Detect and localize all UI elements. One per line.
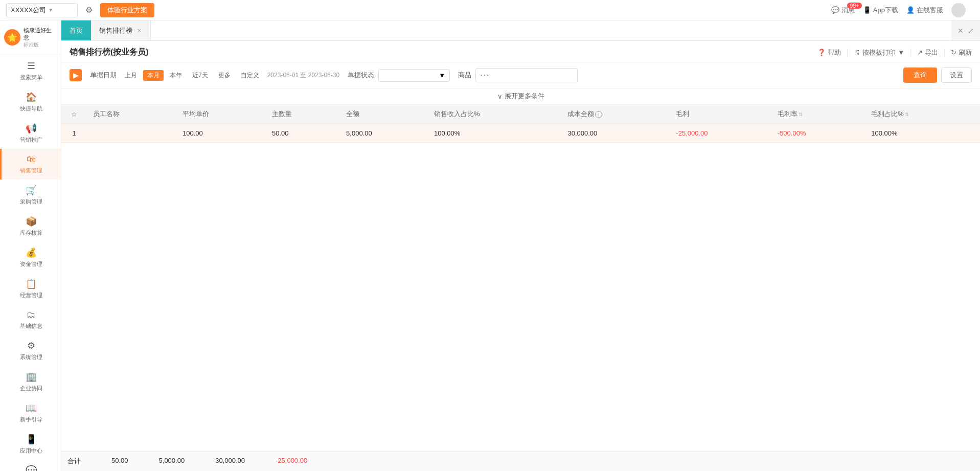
goods-filter-group: 商品 ··· — [458, 68, 578, 82]
sidebar-item-guide[interactable]: 📖 新手引导 — [0, 397, 61, 429]
date-range: 2023-06-01 至 2023-06-30 — [267, 71, 339, 80]
cell-profit-pct: 100.00% — [865, 124, 980, 143]
date-tab-this-month[interactable]: 本月 — [143, 70, 164, 81]
marketing-icon: 📢 — [26, 123, 37, 134]
date-label: 单据日期 — [90, 71, 117, 80]
sidebar-logo: 🌟 畅康通好生意 标准版 — [0, 20, 61, 55]
sidebar-label-guide: 新手引导 — [20, 416, 42, 423]
message-button[interactable]: 💬 消息 99+ — [831, 6, 855, 15]
avatar[interactable] — [951, 3, 966, 17]
table-container: ☆ 员工名称 平均单价 主数量 全额 销售收入占比% 成本全额i 毛利 毛利率⇅… — [61, 104, 980, 451]
sidebar-item-basic[interactable]: 🗂 基础信息 — [0, 304, 61, 335]
sidebar-label-search: 搜索菜单 — [20, 74, 42, 81]
refresh-label: 刷新 — [959, 48, 972, 57]
tab-close-icon[interactable]: × — [136, 26, 142, 35]
date-tab-more[interactable]: 更多 — [214, 70, 235, 81]
sidebar: 🌟 畅康通好生意 标准版 ☰ 搜索菜单 🏠 快捷导航 📢 营销推广 🛍 销售管理… — [0, 20, 61, 471]
guide-icon: 📖 — [26, 402, 37, 414]
logo-icon: 🌟 — [4, 29, 20, 46]
expand-button[interactable]: ∨ 展开更多条件 — [497, 92, 544, 101]
col-profit: 毛利 — [670, 104, 771, 124]
settings-button[interactable]: 设置 — [941, 68, 972, 83]
status-chevron-icon: ▼ — [439, 72, 445, 79]
sidebar-label-apps: 应用中心 — [20, 447, 42, 455]
col-amount: 全额 — [340, 104, 428, 124]
cell-avg-price: 100.00 — [176, 124, 266, 143]
status-select[interactable]: ▼ — [378, 69, 450, 82]
help-button[interactable]: ❓ 帮助 — [817, 48, 841, 57]
apps-icon: 📱 — [26, 434, 37, 445]
app-download-button[interactable]: 📱 App下载 — [863, 6, 898, 15]
cell-amount: 5,000.00 — [340, 124, 428, 143]
expand-row: ∨ 展开更多条件 — [61, 88, 980, 104]
help-icon: ❓ — [817, 49, 826, 56]
company-name: XXXXX公司 — [11, 6, 46, 15]
divider2 — [910, 49, 911, 57]
window-close-button[interactable]: ✕ — [958, 27, 964, 35]
refresh-icon: ↻ — [951, 49, 956, 56]
tab-sales-ranking[interactable]: 销售排行榜 × — [91, 20, 151, 40]
date-tab-last-month[interactable]: 上月 — [121, 70, 141, 81]
sidebar-label-shortcut: 快捷导航 — [20, 105, 42, 113]
sidebar-item-weixin[interactable]: 💬 企业微信 — [0, 460, 61, 471]
header-actions: ❓ 帮助 🖨 按模板打印 ▼ ↗ 导出 — [817, 48, 972, 57]
company-selector[interactable]: XXXXX公司 ▼ — [6, 3, 78, 17]
sidebar-item-purchase[interactable]: 🛒 采购管理 — [0, 180, 61, 211]
filter-bar: ▶ 单据日期 上月 本月 本年 近7天 更多 自定义 2023-06-01 至 … — [61, 62, 980, 88]
page-header: 销售排行榜(按业务员) ❓ 帮助 🖨 按模板打印 ▼ ↗ — [61, 41, 980, 62]
query-button[interactable]: 查询 — [903, 68, 937, 83]
sidebar-item-apps[interactable]: 📱 应用中心 — [0, 429, 61, 460]
tab-sales-label: 销售排行榜 — [99, 26, 132, 35]
export-label: 导出 — [925, 48, 938, 57]
divider — [847, 49, 848, 57]
expand-label: 展开更多条件 — [505, 92, 544, 101]
window-maximize-button[interactable]: ⤢ — [968, 27, 974, 35]
goods-input[interactable]: ··· — [475, 68, 578, 82]
settings-icon[interactable]: ⚙ — [82, 3, 96, 17]
footer-cost: 30,000.00 — [215, 457, 245, 466]
content-area: 首页 销售排行榜 × ✕ ⤢ 销售排行榜(按业务员) ❓ 帮助 — [61, 20, 980, 471]
cost-info-icon[interactable]: i — [595, 111, 602, 118]
export-button[interactable]: ↗ 导出 — [917, 48, 938, 57]
sidebar-item-system[interactable]: ⚙ 系统管理 — [0, 335, 61, 366]
print-dropdown-icon: ▼ — [898, 49, 904, 56]
sidebar-item-marketing[interactable]: 📢 营销推广 — [0, 118, 61, 149]
date-filter-group: 单据日期 上月 本月 本年 近7天 更多 自定义 2023-06-01 至 20… — [90, 70, 339, 81]
profit-rate-sort-icon[interactable]: ⇅ — [799, 111, 803, 117]
col-profit-pct: 毛利占比%⇅ — [865, 104, 980, 124]
footer-profit: -25,000.00 — [276, 457, 307, 466]
logo-text-block: 畅康通好生意 标准版 — [24, 27, 57, 49]
date-tab-custom[interactable]: 自定义 — [237, 70, 263, 81]
date-tab-7days[interactable]: 近7天 — [188, 70, 212, 81]
cell-profit: -25,000.00 — [670, 124, 771, 143]
app-label: App下载 — [873, 6, 898, 15]
trial-button[interactable]: 体验行业方案 — [100, 3, 154, 17]
online-service-button[interactable]: 👤 在线客服 — [906, 6, 943, 15]
sidebar-label-sales: 销售管理 — [20, 167, 42, 174]
print-icon: 🖨 — [854, 49, 860, 56]
sidebar-label-purchase: 采购管理 — [20, 198, 42, 206]
help-label: 帮助 — [828, 48, 841, 57]
print-button[interactable]: 🖨 按模板打印 ▼ — [854, 48, 904, 57]
table-footer: 合计 50.00 5,000.00 30,000.00 -25,000.00 — [61, 451, 980, 471]
service-icon: 👤 — [906, 6, 915, 14]
tab-home[interactable]: 首页 — [61, 20, 91, 40]
sidebar-item-shortcut[interactable]: 🏠 快捷导航 — [0, 86, 61, 118]
sidebar-item-search[interactable]: ☰ 搜索菜单 — [0, 55, 61, 86]
sidebar-item-operation[interactable]: 📋 经营管理 — [0, 273, 61, 304]
weixin-icon: 💬 — [26, 465, 37, 471]
more-dots: ··· — [480, 71, 490, 80]
profit-pct-sort-icon[interactable]: ⇅ — [905, 111, 909, 117]
sidebar-item-enterprise[interactable]: 🏢 企业协同 — [0, 366, 61, 397]
date-tab-this-year[interactable]: 本年 — [166, 70, 186, 81]
filter-row: ▶ 单据日期 上月 本月 本年 近7天 更多 自定义 2023-06-01 至 … — [70, 68, 972, 83]
refresh-button[interactable]: ↻ 刷新 — [951, 48, 972, 57]
sidebar-item-inventory[interactable]: 📦 库存核算 — [0, 211, 61, 242]
sidebar-item-sales[interactable]: 🛍 销售管理 — [0, 149, 61, 180]
filter-arrow-button[interactable]: ▶ — [70, 69, 82, 81]
status-filter-group: 单据状态 ▼ — [348, 69, 450, 82]
data-table: ☆ 员工名称 平均单价 主数量 全额 销售收入占比% 成本全额i 毛利 毛利率⇅… — [61, 104, 980, 143]
sidebar-item-finance[interactable]: 💰 资金管理 — [0, 242, 61, 273]
page-title: 销售排行榜(按业务员) — [70, 47, 149, 58]
system-icon: ⚙ — [27, 340, 35, 351]
